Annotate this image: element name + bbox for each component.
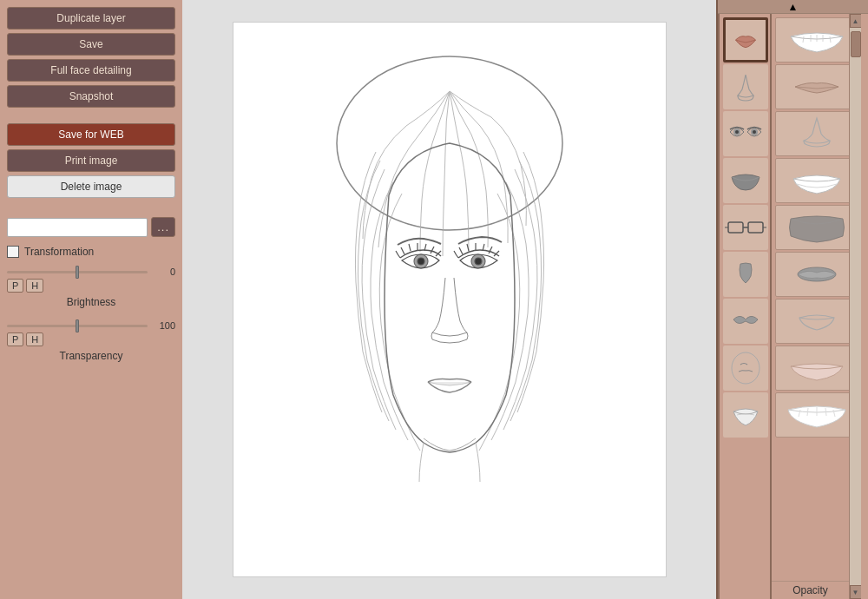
opacity-label: Opacity xyxy=(792,584,828,596)
transparency-label: Transparency xyxy=(7,350,175,362)
slider1-thumb[interactable] xyxy=(76,266,79,279)
ph-row1: P H xyxy=(7,279,175,293)
scrollbar-down-arrow[interactable]: ▼ xyxy=(850,585,862,599)
brightness-label: Brightness xyxy=(7,296,175,308)
print-image-button[interactable]: Print image xyxy=(7,149,175,172)
thumb-r-grin[interactable] xyxy=(775,158,858,203)
svg-point-12 xyxy=(753,130,756,134)
delete-image-button[interactable]: Delete image xyxy=(7,175,175,198)
svg-rect-37 xyxy=(778,302,856,340)
svg-point-3 xyxy=(418,258,424,265)
snapshot-button[interactable]: Snapshot xyxy=(7,85,175,108)
slider1-value: 0 xyxy=(151,267,175,277)
ph-row2: P H xyxy=(7,332,175,346)
slider2-value: 100 xyxy=(151,320,175,331)
layer-dots-button[interactable]: ... xyxy=(151,217,175,237)
h-button1[interactable]: H xyxy=(26,279,43,293)
spacer2 xyxy=(7,201,175,210)
slider1-track[interactable] xyxy=(7,271,148,273)
thumb-item-eyes[interactable] xyxy=(723,111,768,156)
thumb-item-big-smile[interactable] xyxy=(723,392,768,438)
spacer1 xyxy=(7,111,175,120)
thumb-item-chin-beard[interactable] xyxy=(723,252,768,297)
scrollbar-up-arrow[interactable]: ▲ xyxy=(850,14,862,28)
transformation-checkbox[interactable] xyxy=(7,246,19,258)
right-thumb-panel: ▲ ▼ Opacity xyxy=(770,14,861,599)
slider1-row: 0 xyxy=(7,267,175,277)
right-panels-outer: ▲ xyxy=(716,0,868,599)
scrollbar-thumb[interactable] xyxy=(851,31,861,57)
slider2-section: 100 P H Transparency xyxy=(7,320,175,365)
thumb-item-partial-face[interactable] xyxy=(723,346,768,391)
canvas-area[interactable] xyxy=(233,22,667,577)
layer-row: ... xyxy=(7,217,175,237)
thumb-item-beard[interactable] xyxy=(723,158,768,203)
transformation-row: Transformation xyxy=(7,246,175,258)
scroll-up-button[interactable]: ▲ xyxy=(718,0,868,14)
thumb-item-glasses[interactable] xyxy=(723,205,768,250)
svg-point-10 xyxy=(735,130,739,134)
right-scrollbar: ▲ ▼ xyxy=(849,14,861,599)
thumb-r-heavy-beard[interactable] xyxy=(775,205,858,250)
thumb-r-open-mouth[interactable] xyxy=(775,299,858,344)
h-button2[interactable]: H xyxy=(26,332,43,346)
layer-input[interactable] xyxy=(7,218,148,237)
thumb-item-mustache[interactable] xyxy=(723,299,768,344)
save-web-button[interactable]: Save for WEB xyxy=(7,123,175,146)
slider2-thumb[interactable] xyxy=(76,319,79,332)
slider2-track[interactable] xyxy=(7,325,148,327)
thumb-r-wide-smile[interactable] xyxy=(775,346,858,391)
thumb-r-smile-teeth[interactable] xyxy=(775,17,858,63)
thumbnails-container: ▲ ▼ Opacity xyxy=(718,14,868,599)
duplicate-layer-button[interactable]: Duplicate layer xyxy=(7,7,175,30)
transformation-label: Transformation xyxy=(24,246,94,258)
slider2-row: 100 xyxy=(7,320,175,331)
thumb-item-nose[interactable] xyxy=(723,64,768,109)
slider1-section: 0 P H Brightness xyxy=(7,267,175,312)
p-button1[interactable]: P xyxy=(7,279,23,293)
p-button2[interactable]: P xyxy=(7,332,23,346)
thumb-r-nose-wide[interactable] xyxy=(775,111,858,156)
svg-point-5 xyxy=(475,258,482,265)
thumb-r-bottom-smile[interactable] xyxy=(775,392,858,438)
full-face-button[interactable]: Full face detailing xyxy=(7,59,175,82)
svg-rect-0 xyxy=(250,39,649,560)
thumb-r-thin-mustache[interactable] xyxy=(775,252,858,297)
thumb-r-thin-lips[interactable] xyxy=(775,64,858,109)
thumb-item-lips-selected[interactable] xyxy=(723,17,768,63)
svg-rect-22 xyxy=(725,349,766,387)
scroll-up-icon: ▲ xyxy=(788,1,799,13)
face-sketch xyxy=(250,39,649,560)
opacity-label-bar: Opacity xyxy=(772,581,849,599)
left-thumb-panel xyxy=(718,14,770,599)
main-canvas xyxy=(182,0,716,599)
left-panel: Duplicate layer Save Full face detailing… xyxy=(0,0,182,599)
save-button[interactable]: Save xyxy=(7,33,175,56)
